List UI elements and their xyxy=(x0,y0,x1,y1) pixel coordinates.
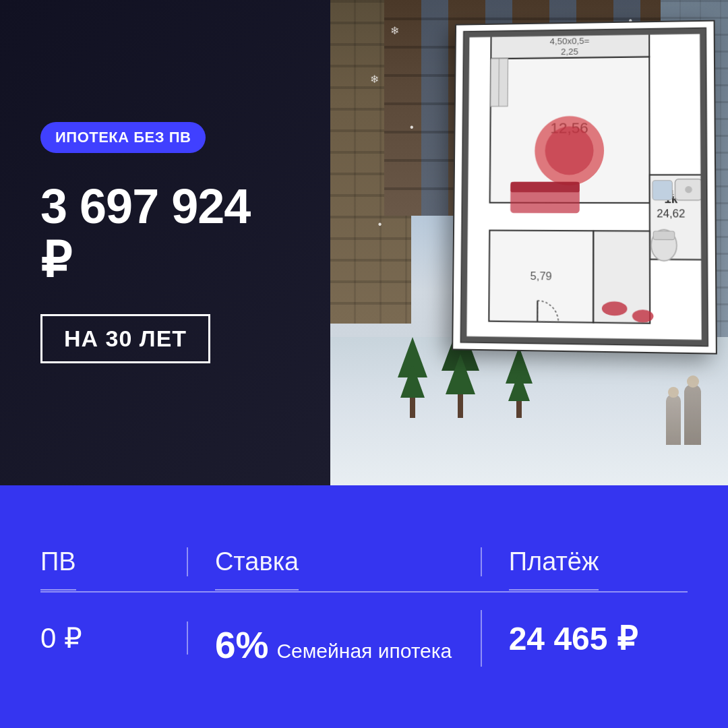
svg-rect-23 xyxy=(653,181,672,200)
col-stavka-header: Ставка xyxy=(215,547,299,590)
bottom-section: ПВ Ставка Платёж 0 ₽ 6% Семейная ипотека xyxy=(0,485,728,728)
tree-3 xyxy=(506,346,533,418)
mortgage-badge: ИПОТЕКА БЕЗ ПВ xyxy=(40,122,206,153)
svg-point-22 xyxy=(685,186,692,193)
col-pv-header: ПВ xyxy=(40,547,76,590)
col-pv-value: 0 ₽ xyxy=(40,609,82,654)
svg-rect-16 xyxy=(510,182,580,192)
svg-text:5,79: 5,79 xyxy=(530,269,552,282)
tree-1 xyxy=(398,337,427,418)
svg-text:24,62: 24,62 xyxy=(657,207,685,220)
price-value: 3 697 924 ₽ xyxy=(40,180,290,286)
floorplan-container: 4,50x0,5= 2,25 12,56 1к 24,62 4,02 5,79 xyxy=(452,20,717,355)
people-silhouette xyxy=(654,364,708,445)
stavka-row: 6% Семейная ипотека xyxy=(215,610,454,667)
right-image-panel: ❄ • ❄ • ❄ • ❄ • ❄ • ❄ xyxy=(330,0,728,485)
term-box: НА 30 ЛЕТ xyxy=(40,314,210,363)
stavka-label: Семейная ипотека xyxy=(276,640,452,663)
svg-rect-20 xyxy=(653,231,675,240)
left-panel: ИПОТЕКА БЕЗ ПВ 3 697 924 ₽ НА 30 ЛЕТ xyxy=(0,0,330,485)
svg-text:4,50x0,5=: 4,50x0,5= xyxy=(550,36,590,47)
col-platezh-header: Платёж xyxy=(509,547,599,590)
col-platezh-value: 24 465 ₽ xyxy=(509,607,638,657)
top-section: ИПОТЕКА БЕЗ ПВ 3 697 924 ₽ НА 30 ЛЕТ xyxy=(0,0,728,485)
svg-point-14 xyxy=(545,126,593,175)
svg-line-18 xyxy=(499,59,499,107)
stavka-percent: 6% xyxy=(215,624,269,667)
svg-text:2,25: 2,25 xyxy=(561,46,578,56)
floorplan-svg: 4,50x0,5= 2,25 12,56 1к 24,62 4,02 5,79 xyxy=(453,22,716,353)
main-container: ИПОТЕКА БЕЗ ПВ 3 697 924 ₽ НА 30 ЛЕТ xyxy=(0,0,728,728)
info-table: ПВ Ставка Платёж 0 ₽ 6% Семейная ипотека xyxy=(40,547,688,667)
